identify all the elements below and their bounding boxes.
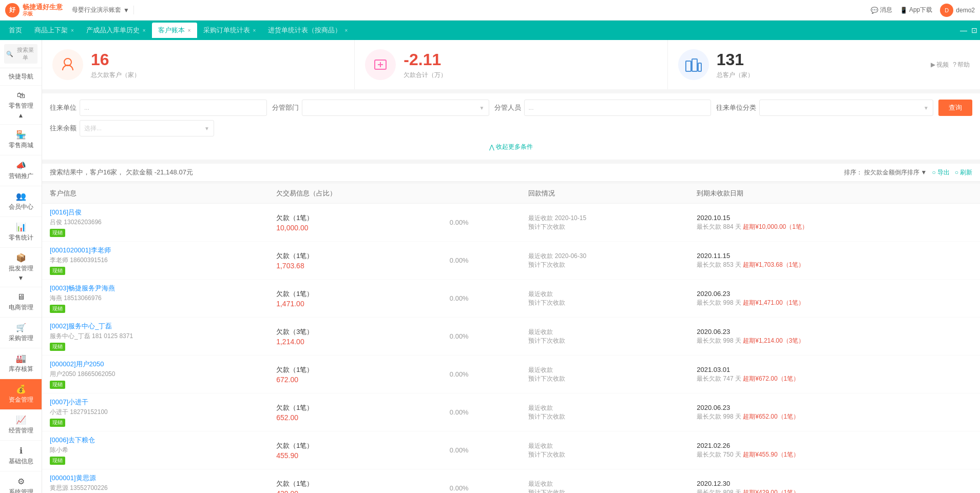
refresh-button[interactable]: ○ 刷新 bbox=[955, 168, 972, 177]
due-date-6: 2021.02.26 bbox=[697, 442, 972, 449]
overdue-days-0: 最长欠款 884 天 超期¥10,000.00（1笔） bbox=[697, 223, 972, 231]
tab-products-close[interactable]: × bbox=[71, 28, 74, 33]
customer-name-link-7[interactable]: [000001]黄思源 bbox=[50, 474, 261, 483]
stat-total-customers: 131 总客户（家） ▶ 视频 ? 帮助 bbox=[668, 40, 980, 89]
tab-purchase-order[interactable]: 采购订单统计表 × bbox=[197, 23, 262, 38]
export-button[interactable]: ○ 导出 bbox=[932, 168, 950, 177]
sidebar-search: 🔍 搜索菜单 bbox=[0, 40, 42, 68]
filter-row-1: 往来单位 ... 分管部门 ▼ 分管人员 ... bbox=[50, 100, 972, 116]
col-collection: 回款情况 bbox=[521, 184, 689, 204]
collapse-more-btn[interactable]: ⋀ 收起更多条件 bbox=[50, 141, 972, 153]
last-collection-4: 最近收款 bbox=[528, 366, 681, 374]
customer-contact-4: 用户2050 18665062050 bbox=[50, 370, 261, 379]
overdue-amount-2[interactable]: 超期¥1,471.00（1笔） bbox=[743, 299, 804, 306]
sidebar-item-member[interactable]: 👥 会员中心 bbox=[0, 186, 42, 217]
due-date-1: 2020.11.15 bbox=[697, 252, 972, 260]
unit-class-arrow-icon: ▼ bbox=[924, 105, 929, 111]
cell-collection-0: 最近收款 2020-10-15 预计下次收款 bbox=[521, 204, 689, 242]
sidebar-item-finance[interactable]: 💰 资金管理 bbox=[0, 379, 42, 410]
due-date-5: 2020.06.23 bbox=[697, 404, 972, 411]
cell-collection-7: 最近收款 预计下次收款 bbox=[521, 469, 689, 494]
customer-name-link-1[interactable]: [0001020001]李老师 bbox=[50, 246, 261, 255]
finance-icon: 💰 bbox=[16, 384, 26, 394]
app-sub: 示板 bbox=[23, 11, 63, 17]
customer-name-link-6[interactable]: [0006]去下粮仓 bbox=[50, 436, 261, 445]
svg-rect-4 bbox=[698, 63, 701, 71]
overdue-amount-5[interactable]: 超期¥652.00（1笔） bbox=[743, 413, 799, 420]
sidebar-item-basic-info[interactable]: ℹ 基础信息 bbox=[0, 441, 42, 471]
video-btn[interactable]: ▶ 视频 bbox=[931, 61, 949, 69]
filter-balance: 往来余额 选择... ▼ bbox=[50, 120, 214, 136]
next-collection-7: 预计下次收款 bbox=[528, 488, 681, 494]
last-collection-0: 最近收款 2020-10-15 bbox=[528, 214, 681, 223]
cell-percent-7: 0.00% bbox=[442, 469, 521, 494]
debt-count-6: 欠款（1笔） bbox=[276, 441, 434, 450]
customer-badge-4: 现销 bbox=[50, 381, 65, 389]
cell-percent-5: 0.00% bbox=[442, 393, 521, 431]
tab-inventory-stats-close[interactable]: × bbox=[344, 28, 348, 33]
sort-arrow-icon: ▼ bbox=[921, 169, 927, 176]
user-area[interactable]: D demo2 bbox=[940, 4, 975, 17]
marketing-icon: 📣 bbox=[16, 161, 26, 170]
tab-products[interactable]: 商品上下架 × bbox=[28, 23, 80, 38]
tab-purchase-order-label: 采购订单统计表 bbox=[203, 26, 250, 35]
debt-amount-0: 10,000.00 bbox=[276, 224, 434, 232]
overdue-amount-6[interactable]: 超期¥455.90（1笔） bbox=[743, 451, 799, 458]
tab-customer-account[interactable]: 客户账本 × bbox=[152, 23, 197, 38]
sidebar-item-ecommerce[interactable]: 🖥 电商管理 bbox=[0, 287, 42, 318]
debt-customers-icon bbox=[52, 49, 83, 80]
tab-production-close[interactable]: × bbox=[143, 28, 146, 33]
message-btn[interactable]: 💬 消息 bbox=[871, 6, 892, 14]
sidebar-item-retail-manage[interactable]: 🛍 零售管理 ▲ bbox=[0, 86, 42, 125]
debt-percent-7: 0.00% bbox=[450, 484, 469, 492]
sidebar-item-retail-stats[interactable]: 📊 零售统计 bbox=[0, 217, 42, 248]
debt-amount-5: 652.00 bbox=[276, 413, 434, 422]
company-selector[interactable]: 母婴行业演示账套 ▼ bbox=[68, 6, 134, 14]
customer-name-link-5[interactable]: [0007]小进干 bbox=[50, 398, 261, 407]
app-download-btn[interactable]: 📱 App下载 bbox=[900, 6, 932, 14]
dept-select[interactable]: ▼ bbox=[302, 100, 489, 116]
quick-nav-item[interactable]: 快捷导航 bbox=[0, 68, 42, 86]
tab-production[interactable]: 产成品入库单历史 × bbox=[80, 23, 152, 38]
person-input[interactable]: ... bbox=[524, 100, 712, 116]
sidebar-search-btn[interactable]: 🔍 搜索菜单 bbox=[4, 44, 37, 64]
sidebar-item-marketing[interactable]: 📣 营销推广 bbox=[0, 155, 42, 186]
overdue-amount-4[interactable]: 超期¥672.00（1笔） bbox=[743, 375, 799, 382]
debt-amount-1: 1,703.68 bbox=[276, 262, 434, 270]
nav-minimize-icon[interactable]: — bbox=[960, 26, 967, 34]
overdue-days-1: 最长欠款 853 天 超期¥1,703.68（1笔） bbox=[697, 261, 972, 269]
sort-button[interactable]: 排序： 按欠款金额倒序排序 ▼ bbox=[844, 168, 927, 177]
sidebar-item-operation[interactable]: 📈 经营管理 bbox=[0, 410, 42, 441]
customer-name-link-3[interactable]: [0002]服务中心_丁磊 bbox=[50, 322, 261, 331]
customer-name-link-4[interactable]: [000002]用户2050 bbox=[50, 360, 261, 369]
sidebar-item-system[interactable]: ⚙ 系统管理 bbox=[0, 471, 42, 493]
unit-class-select[interactable]: ▼ bbox=[759, 100, 933, 116]
sidebar-item-inventory[interactable]: 🏭 库存核算 bbox=[0, 348, 42, 379]
customer-contact-3: 服务中心_丁磊 181 0125 8371 bbox=[50, 332, 261, 341]
cell-customer-2: [0003]畅捷服务尹海燕 海燕 18513066976 现销 bbox=[42, 280, 268, 318]
cell-customer-1: [0001020001]李老师 李老师 18600391516 现销 bbox=[42, 242, 268, 280]
overdue-amount-3[interactable]: 超期¥1,214.00（3笔） bbox=[743, 337, 804, 344]
from-unit-input[interactable]: ... bbox=[80, 100, 267, 116]
cell-percent-3: 0.00% bbox=[442, 318, 521, 356]
due-date-0: 2020.10.15 bbox=[697, 214, 972, 222]
sidebar-item-retail-mall[interactable]: 🏪 零售商城 bbox=[0, 125, 42, 155]
overdue-amount-1[interactable]: 超期¥1,703.68（1笔） bbox=[743, 261, 804, 268]
query-button[interactable]: 查询 bbox=[938, 100, 972, 116]
svg-point-0 bbox=[64, 58, 71, 66]
overdue-amount-0[interactable]: 超期¥10,000.00（1笔） bbox=[743, 223, 808, 230]
data-table: 客户信息 欠交易信息（占比） 回款情况 到期未收款日期 [0016]吕俊 吕俊 … bbox=[42, 184, 980, 493]
help-btn[interactable]: ? 帮助 bbox=[953, 61, 970, 69]
tab-purchase-order-close[interactable]: × bbox=[253, 28, 256, 33]
overdue-amount-7[interactable]: 超期¥429.00（1笔） bbox=[743, 489, 799, 494]
customer-name-link-0[interactable]: [0016]吕俊 bbox=[50, 208, 261, 217]
tab-inventory-stats[interactable]: 进货单统计表（按商品） × bbox=[262, 23, 354, 38]
next-collection-2: 预计下次收款 bbox=[528, 299, 681, 307]
tab-home[interactable]: 首页 bbox=[3, 23, 28, 38]
sidebar-item-purchase[interactable]: 🛒 采购管理 bbox=[0, 318, 42, 348]
tab-customer-account-close[interactable]: × bbox=[188, 28, 191, 33]
nav-maximize-icon[interactable]: ⊡ bbox=[971, 26, 977, 34]
balance-select[interactable]: 选择... ▼ bbox=[80, 120, 214, 136]
customer-name-link-2[interactable]: [0003]畅捷服务尹海燕 bbox=[50, 284, 261, 293]
sidebar-item-batch[interactable]: 📦 批发管理 ▼ bbox=[0, 248, 42, 287]
